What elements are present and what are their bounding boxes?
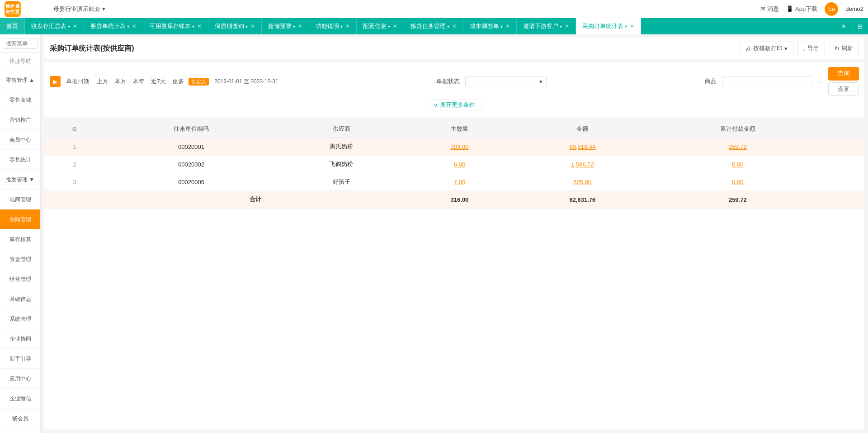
- tab-close-icon[interactable]: ✕: [393, 23, 397, 29]
- tab-close-icon[interactable]: ✕: [345, 23, 350, 29]
- tab-order-summary-label: 要货单统计表: [90, 22, 126, 30]
- amount-link[interactable]: 525.80: [574, 179, 592, 186]
- tab-close-icon[interactable]: ✕: [132, 23, 137, 29]
- tab-pick-task-label: 拣货任务管理: [410, 22, 446, 30]
- filter-toggle-btn[interactable]: ▶: [50, 76, 61, 87]
- col-settings-icon[interactable]: ⚙: [72, 126, 77, 133]
- tab-close-icon[interactable]: ✕: [630, 23, 634, 29]
- sidebar-item-wholesale[interactable]: 批发管理 ▼: [0, 170, 40, 190]
- sidebar-item-purchase[interactable]: 采购管理: [0, 209, 40, 229]
- tab-close-icon[interactable]: ✕: [73, 23, 77, 29]
- sidebar-quick-nav-label[interactable]: 快捷导航: [3, 56, 38, 67]
- tab-cost-adjust[interactable]: 成本调整单 ▾ ✕: [463, 18, 517, 34]
- sidebar-item-retail-stats[interactable]: 零售统计: [0, 150, 40, 170]
- cell-quantity: 7.00: [406, 173, 513, 191]
- avatar[interactable]: Ea: [825, 2, 838, 16]
- shortcut-more[interactable]: 更多: [170, 76, 186, 86]
- cell-paid: 259.72: [651, 138, 824, 156]
- sidebar-item-app-center[interactable]: 应用中心: [0, 369, 40, 389]
- expand-label: 展开更多条件: [440, 101, 475, 109]
- more-options-icon[interactable]: ···: [818, 78, 823, 85]
- footer-label: 合计: [105, 191, 406, 209]
- search-input[interactable]: [3, 38, 38, 49]
- sidebar-item-basic-info[interactable]: 基础信息: [0, 289, 40, 309]
- user-name[interactable]: demo2: [845, 5, 863, 12]
- query-button[interactable]: 查询: [828, 67, 859, 81]
- sidebar-item-operation[interactable]: 经营管理: [0, 269, 40, 289]
- status-select[interactable]: ▾: [465, 76, 547, 87]
- footer-extra: [824, 191, 864, 209]
- quantity-link[interactable]: 7.00: [454, 179, 465, 186]
- amount-link[interactable]: 1,586.52: [571, 161, 594, 168]
- sidebar-item-system[interactable]: 系统管理: [0, 309, 40, 329]
- quantity-link[interactable]: 303.00: [451, 143, 469, 150]
- sidebar-item-ecommerce[interactable]: 电商管理: [0, 190, 40, 209]
- sidebar-item-marketing[interactable]: 营销推广: [0, 110, 40, 130]
- tab-dropdown-icon: ▾: [68, 24, 70, 29]
- tab-function-desc[interactable]: 功能说明 ▾ ✕: [309, 18, 357, 34]
- tab-receive-summary[interactable]: 收发存汇总表 ▾ ✕: [25, 18, 84, 34]
- tab-close-icon[interactable]: ✕: [565, 23, 569, 29]
- sidebar-item-member-club[interactable]: 畅会员: [0, 409, 40, 428]
- tab-purchase-label: 采购订单统计表: [582, 22, 623, 30]
- expand-icon: ∨: [434, 102, 438, 109]
- cell-amount: 1,586.52: [514, 156, 652, 173]
- table-container: ⚙ 往来单位编码 供应商 主数量 金额 累计付款金额 1 00020001 惠氏…: [44, 120, 864, 429]
- tab-dropdown-icon: ▾: [192, 24, 194, 29]
- date-shortcuts: 上月 本月 本年 近7天 更多 自定义: [95, 76, 209, 86]
- sidebar-item-new-guide[interactable]: 新手引导: [0, 349, 40, 369]
- top-bar: 畅捷 通好生意 母婴行业演示账套 ▾ ✉ 消息 📱 App下载 Ea demo2: [0, 0, 868, 18]
- app-download-btn[interactable]: 📱 App下载: [786, 5, 817, 13]
- shortcut-7days[interactable]: 近7天: [149, 76, 168, 86]
- amount-link[interactable]: 60,519.44: [570, 143, 596, 150]
- sidebar-item-retail-mall[interactable]: 零售商城: [0, 90, 40, 110]
- top-bar-right: ✉ 消息 📱 App下载 Ea demo2: [760, 2, 863, 16]
- sidebar-item-inventory[interactable]: 库存核算: [0, 229, 40, 249]
- tab-purchase-order-summary[interactable]: 采购订单统计表 ▾ ✕: [576, 18, 641, 34]
- tab-close-icon[interactable]: ✕: [505, 23, 510, 29]
- sidebar-quick-nav: 快捷导航: [0, 53, 40, 70]
- filter-toggle-icon: ▶: [53, 78, 57, 85]
- tab-close-icon[interactable]: ✕: [452, 23, 457, 29]
- shortcut-this-month[interactable]: 本月: [113, 76, 128, 86]
- goods-input[interactable]: [722, 76, 812, 87]
- tab-close-icon[interactable]: ✕: [197, 23, 202, 29]
- sidebar-item-enterprise-wechat[interactable]: 企业微信: [0, 389, 40, 409]
- export-button[interactable]: ↓ 导出: [797, 42, 826, 55]
- sidebar-item-enterprise-collab[interactable]: 企业协同: [0, 329, 40, 349]
- workspace-selector[interactable]: 母婴行业演示账套 ▾: [50, 3, 109, 15]
- sidebar-item-fund[interactable]: 资金管理: [0, 249, 40, 269]
- table-row: 1 00020001 惠氏奶粉 303.00 60,519.44 259.72: [44, 138, 864, 156]
- tab-inventory-book[interactable]: 可用量库存账本 ▾ ✕: [143, 18, 208, 34]
- message-btn[interactable]: ✉ 消息: [760, 5, 779, 13]
- print-icon: 🖨: [745, 45, 751, 52]
- tab-config[interactable]: 配置信息 ▾ ✕: [357, 18, 404, 34]
- tab-overstock[interactable]: 超储预警 ▾ ✕: [262, 18, 309, 34]
- shortcut-this-year[interactable]: 本年: [131, 76, 146, 86]
- sidebar-item-retail-manage[interactable]: 零售管理 ▲: [0, 70, 40, 90]
- custom-badge[interactable]: 自定义: [189, 78, 209, 86]
- tab-close-icon[interactable]: ✕: [298, 23, 302, 29]
- tab-warranty[interactable]: 保质期查询 ▾ ✕: [208, 18, 262, 34]
- tab-home[interactable]: 首页: [0, 18, 25, 34]
- settings-button[interactable]: 设置: [828, 82, 859, 96]
- workspace-arrow-icon: ▾: [102, 5, 105, 12]
- shortcut-last-month[interactable]: 上月: [95, 76, 110, 86]
- paid-link[interactable]: 0.00: [732, 179, 743, 186]
- page-actions: 🖨 按模板打印 ▾ ↓ 导出 ↻ 刷新: [740, 42, 859, 55]
- refresh-button[interactable]: ↻ 刷新: [829, 42, 859, 55]
- nav-close-all-btn[interactable]: ✕: [835, 18, 852, 34]
- tab-order-summary[interactable]: 要货单统计表 ▾ ✕: [84, 18, 143, 34]
- sidebar: 快捷导航 零售管理 ▲ 零售商城 营销推广 会员中心 零售统计 批发管理 ▼ 电…: [0, 34, 41, 433]
- paid-link[interactable]: 0.00: [732, 161, 743, 168]
- quantity-link[interactable]: 6.00: [454, 161, 465, 168]
- refresh-icon: ↻: [835, 45, 840, 52]
- expand-conditions-btn[interactable]: ∨ 展开更多条件: [426, 100, 483, 110]
- nav-expand-btn[interactable]: ⊞: [852, 18, 868, 34]
- tab-pick-task[interactable]: 拣货任务管理 ▾ ✕: [404, 18, 463, 34]
- tab-invite[interactable]: 邀请下游客户 ▾ ✕: [517, 18, 576, 34]
- tab-close-icon[interactable]: ✕: [250, 23, 255, 29]
- print-button[interactable]: 🖨 按模板打印 ▾: [740, 42, 793, 55]
- sidebar-item-member[interactable]: 会员中心: [0, 130, 40, 150]
- paid-link[interactable]: 259.72: [729, 143, 747, 150]
